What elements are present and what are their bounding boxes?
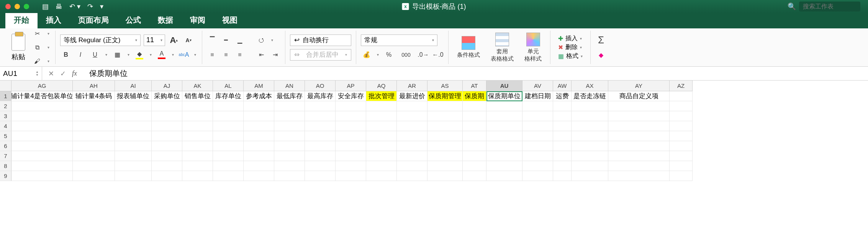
cell-AT2[interactable] — [463, 101, 486, 111]
cell-AO7[interactable] — [305, 151, 336, 161]
cell-AX5[interactable] — [572, 131, 608, 141]
cell-AR1[interactable]: 最新进价 — [397, 91, 427, 101]
col-header-AT[interactable]: AT — [463, 81, 486, 91]
cell-AZ3[interactable] — [670, 111, 693, 121]
cell-AT3[interactable] — [463, 111, 486, 121]
cell-AG5[interactable] — [11, 131, 73, 141]
col-header-AN[interactable]: AN — [274, 81, 305, 91]
cell-AX3[interactable] — [572, 111, 608, 121]
cell-AV3[interactable] — [522, 111, 553, 121]
cell-AH2[interactable] — [73, 101, 115, 111]
cell-AH5[interactable] — [73, 131, 115, 141]
cell-AZ4[interactable] — [670, 121, 693, 131]
cell-AS4[interactable] — [427, 121, 463, 131]
cell-AS9[interactable] — [427, 171, 463, 181]
cell-AV8[interactable] — [522, 161, 553, 171]
cell-AK4[interactable] — [182, 121, 213, 131]
cell-AT7[interactable] — [463, 151, 486, 161]
cell-AU1[interactable]: 保质期单位 — [486, 91, 522, 101]
cell-AN3[interactable] — [274, 111, 305, 121]
save-icon[interactable]: ▤ — [42, 2, 49, 11]
cell-AK9[interactable] — [182, 171, 213, 181]
row-header-3[interactable]: 3 — [0, 111, 11, 121]
cell-AW2[interactable] — [553, 101, 572, 111]
cell-AS8[interactable] — [427, 161, 463, 171]
grow-font-button[interactable]: A▴ — [168, 35, 180, 46]
cell-AP9[interactable] — [336, 171, 366, 181]
row-header-7[interactable]: 7 — [0, 151, 11, 161]
increase-decimal-button[interactable]: .0→ — [418, 49, 429, 61]
cell-AN2[interactable] — [274, 101, 305, 111]
print-icon[interactable]: 🖶 — [56, 3, 62, 11]
tab-开始[interactable]: 开始 — [5, 12, 38, 28]
col-header-AS[interactable]: AS — [427, 81, 463, 91]
cell-AI8[interactable] — [115, 161, 152, 171]
cell-AH9[interactable] — [73, 171, 115, 181]
cell-AR3[interactable] — [397, 111, 427, 121]
format-painter-button[interactable]: 🖌 — [31, 56, 43, 67]
col-header-AW[interactable]: AW — [553, 81, 572, 91]
cell-AG2[interactable] — [11, 101, 73, 111]
cell-AH8[interactable] — [73, 161, 115, 171]
cell-AK2[interactable] — [182, 101, 213, 111]
cell-AQ3[interactable] — [366, 111, 397, 121]
cell-AS7[interactable] — [427, 151, 463, 161]
cell-AV5[interactable] — [522, 131, 553, 141]
col-header-AI[interactable]: AI — [115, 81, 152, 91]
cell-AT8[interactable] — [463, 161, 486, 171]
cell-AU7[interactable] — [486, 151, 522, 161]
col-header-AX[interactable]: AX — [572, 81, 608, 91]
cell-AG1[interactable]: 辅计量4是否包装单位 — [11, 91, 73, 101]
tab-数据[interactable]: 数据 — [149, 12, 182, 28]
decrease-indent-button[interactable]: ⇤ — [256, 49, 267, 61]
cell-AU5[interactable] — [486, 131, 522, 141]
undo-button[interactable]: ↶ ▾ — [69, 2, 80, 11]
cell-AQ9[interactable] — [366, 171, 397, 181]
cell-AU4[interactable] — [486, 121, 522, 131]
cell-AK8[interactable] — [182, 161, 213, 171]
font-color-dropdown[interactable]: ▾ — [170, 49, 175, 61]
fill-color-dropdown[interactable]: ▾ — [148, 49, 153, 61]
italic-button[interactable]: I — [75, 49, 86, 61]
cell-AM4[interactable] — [244, 121, 274, 131]
currency-dropdown[interactable]: ▾ — [375, 49, 380, 61]
cell-AR5[interactable] — [397, 131, 427, 141]
cell-AI7[interactable] — [115, 151, 152, 161]
align-top-button[interactable]: ▔ — [207, 35, 218, 46]
cell-AY6[interactable] — [608, 141, 670, 151]
align-middle-button[interactable]: ━ — [221, 35, 231, 46]
cell-AU8[interactable] — [486, 161, 522, 171]
col-header-AG[interactable]: AG — [11, 81, 73, 91]
cell-AP7[interactable] — [336, 151, 366, 161]
underline-button[interactable]: U — [89, 49, 101, 61]
cell-AP8[interactable] — [336, 161, 366, 171]
cell-AY7[interactable] — [608, 151, 670, 161]
col-header-AK[interactable]: AK — [182, 81, 213, 91]
col-header-AP[interactable]: AP — [336, 81, 366, 91]
redo-button[interactable]: ↷ — [87, 2, 93, 11]
fill-color-button[interactable]: ◆ — [134, 49, 145, 61]
cell-AJ2[interactable] — [152, 101, 182, 111]
cell-AZ8[interactable] — [670, 161, 693, 171]
cell-AO8[interactable] — [305, 161, 336, 171]
cell-AL9[interactable] — [213, 171, 244, 181]
select-all-button[interactable] — [0, 81, 11, 91]
cell-AX9[interactable] — [572, 171, 608, 181]
cell-AY2[interactable] — [608, 101, 670, 111]
cell-AR6[interactable] — [397, 141, 427, 151]
cut-button[interactable]: ✂ — [31, 28, 43, 40]
cell-AO2[interactable] — [305, 101, 336, 111]
cell-AX6[interactable] — [572, 141, 608, 151]
cell-AM6[interactable] — [244, 141, 274, 151]
cell-AS1[interactable]: 保质期管理 — [427, 91, 463, 101]
cell-AO5[interactable] — [305, 131, 336, 141]
formula-input[interactable] — [87, 67, 868, 80]
cell-AY5[interactable] — [608, 131, 670, 141]
cell-AJ6[interactable] — [152, 141, 182, 151]
cell-AZ9[interactable] — [670, 171, 693, 181]
cell-AK1[interactable]: 销售单位 — [182, 91, 213, 101]
cell-AG3[interactable] — [11, 111, 73, 121]
cell-AI5[interactable] — [115, 131, 152, 141]
cancel-edit-button[interactable]: ✕ — [48, 69, 54, 78]
row-header-6[interactable]: 6 — [0, 141, 11, 151]
